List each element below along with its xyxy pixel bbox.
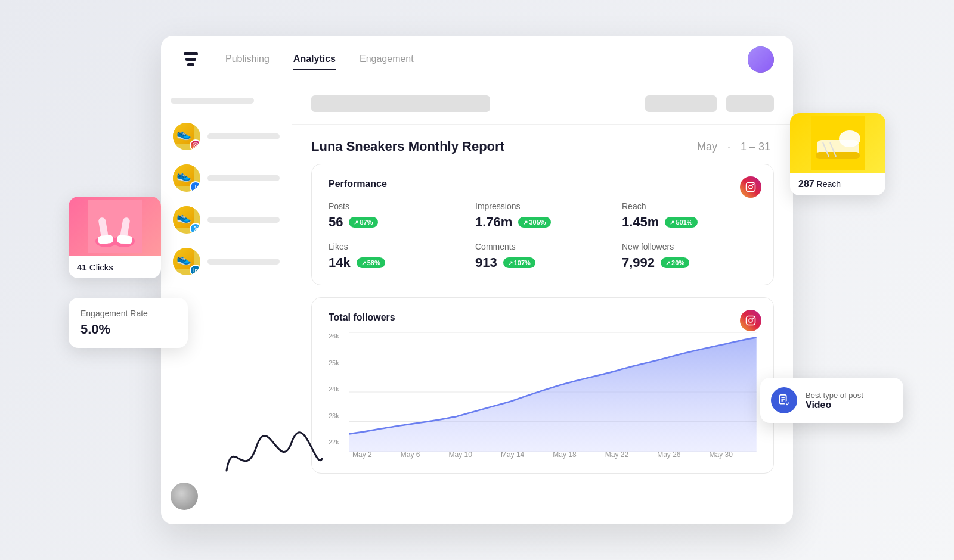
perf-comments: Comments 913 107% <box>475 242 610 270</box>
nav-engagement[interactable]: Engagement <box>360 49 414 70</box>
chart-area: 26k 25k 24k 23k 22k <box>329 332 757 463</box>
floating-clicks-card: 41 Clicks <box>69 197 161 278</box>
svg-rect-3 <box>747 183 755 192</box>
twitter-badge: 𝕏 <box>190 223 200 234</box>
sidebar-avatar-twitter: 👟 𝕏 <box>173 206 200 234</box>
svg-point-5 <box>752 184 754 185</box>
sidebar-line-linkedin <box>207 259 280 265</box>
sidebar-search-bar <box>171 98 254 104</box>
report-separator: · <box>727 141 733 153</box>
perf-posts: Posts 56 87% <box>329 201 463 230</box>
skeleton-bar-area <box>292 83 793 125</box>
svg-point-23 <box>839 130 860 147</box>
svg-rect-19 <box>97 235 113 244</box>
avatar[interactable] <box>748 46 774 73</box>
facebook-badge: f <box>190 181 200 192</box>
svg-point-4 <box>749 185 752 189</box>
engagement-label: Engagement Rate <box>80 309 176 318</box>
reach-illustration <box>811 116 865 170</box>
sidebar-line-facebook <box>207 175 280 181</box>
reach-footer: 287 Reach <box>790 173 885 195</box>
document-icon <box>778 394 791 407</box>
perf-reach: Reach 1.45m 501% <box>622 201 757 230</box>
floating-engagement-card: Engagement Rate 5.0% <box>69 298 188 348</box>
sidebar-item-linkedin[interactable]: 👟 in <box>171 243 282 280</box>
new-followers-value: 7,992 <box>622 255 655 270</box>
best-post-label: Best type of post <box>806 391 863 400</box>
performance-card: Performance Posts 56 <box>311 164 774 285</box>
svg-point-1 <box>194 144 196 146</box>
sidebar-bottom-image <box>171 483 198 510</box>
new-followers-label: New followers <box>622 242 757 251</box>
report-month: May <box>697 141 717 153</box>
likes-value-row: 14k 58% <box>329 255 463 270</box>
x-label-may18: May 18 <box>553 450 576 459</box>
comments-value-row: 913 107% <box>475 255 610 270</box>
best-post-icon <box>771 387 797 413</box>
linkedin-badge: in <box>190 265 200 275</box>
performance-title: Performance <box>329 179 757 189</box>
instagram-icon-badge <box>740 176 761 198</box>
new-followers-badge: 20% <box>661 257 689 268</box>
clicks-image <box>69 197 161 256</box>
clicks-count: 41 <box>77 262 87 272</box>
report-title: Luna Sneakers Monthly Report <box>311 139 504 154</box>
y-label-25k: 25k <box>329 359 349 366</box>
y-label-23k: 23k <box>329 412 349 419</box>
skeleton-bar-2 <box>645 95 717 112</box>
logo-bar-3 <box>187 63 194 66</box>
floating-best-post-card: Best type of post Video <box>760 378 903 423</box>
followers-chart <box>349 332 757 452</box>
chart-area-fill <box>349 337 757 452</box>
skeleton-bar-1 <box>311 95 490 112</box>
engagement-value: 5.0% <box>80 322 176 337</box>
sidebar-item-instagram[interactable]: 👟 <box>171 118 282 155</box>
impressions-label: Impressions <box>475 201 610 211</box>
perf-impressions: Impressions 1.76m 305% <box>475 201 610 230</box>
y-label-24k: 24k <box>329 385 349 393</box>
comments-badge: 107% <box>503 257 535 268</box>
x-label-may10: May 10 <box>449 450 472 459</box>
impressions-value-row: 1.76m 305% <box>475 214 610 230</box>
likes-badge: 58% <box>357 257 385 268</box>
impressions-value: 1.76m <box>475 214 512 230</box>
floating-reach-card: 287 Reach <box>790 113 885 195</box>
nav-analytics[interactable]: Analytics <box>293 49 336 70</box>
x-label-may26: May 26 <box>657 450 680 459</box>
reach-badge: 501% <box>665 217 697 228</box>
sidebar-avatar-linkedin: 👟 in <box>173 248 200 275</box>
scribble-decoration <box>215 423 334 494</box>
reach-value: 1.45m <box>622 214 659 230</box>
x-label-may14: May 14 <box>501 450 524 459</box>
report-header: Luna Sneakers Monthly Report May · 1 – 3… <box>292 125 793 164</box>
posts-value: 56 <box>329 214 343 230</box>
clicks-illustration <box>88 200 142 253</box>
y-label-26k: 26k <box>329 332 349 340</box>
right-content: Luna Sneakers Monthly Report May · 1 – 3… <box>292 83 793 524</box>
avatar-image <box>748 46 774 73</box>
posts-label: Posts <box>329 201 463 211</box>
chart-card: Total followers 26k <box>311 297 774 474</box>
new-followers-value-row: 7,992 20% <box>622 255 757 270</box>
sidebar-item-twitter[interactable]: 👟 𝕏 <box>171 201 282 238</box>
sidebar-bottom-avatar <box>171 483 198 510</box>
reach-value-row: 1.45m 501% <box>622 214 757 230</box>
sidebar-item-facebook[interactable]: 👟 f <box>171 160 282 197</box>
nav-publishing[interactable]: Publishing <box>225 49 270 70</box>
sidebar-avatar-facebook: 👟 f <box>173 164 200 192</box>
best-post-value: Video <box>806 400 863 410</box>
svg-point-2 <box>197 144 197 144</box>
performance-grid: Posts 56 87% Impressions 1.76m 305% <box>329 201 757 270</box>
best-post-text: Best type of post Video <box>806 391 863 410</box>
reach-image <box>790 113 885 173</box>
reach-label: Reach <box>817 179 841 189</box>
comments-value: 913 <box>475 255 497 270</box>
clicks-label: Clicks <box>89 262 113 272</box>
posts-value-row: 56 87% <box>329 214 463 230</box>
likes-label: Likes <box>329 242 463 251</box>
perf-new-followers: New followers 7,992 20% <box>622 242 757 270</box>
svg-rect-0 <box>193 143 198 148</box>
comments-label: Comments <box>475 242 610 251</box>
x-label-may22: May 22 <box>605 450 628 459</box>
top-nav: Publishing Analytics Engagement <box>161 36 793 83</box>
